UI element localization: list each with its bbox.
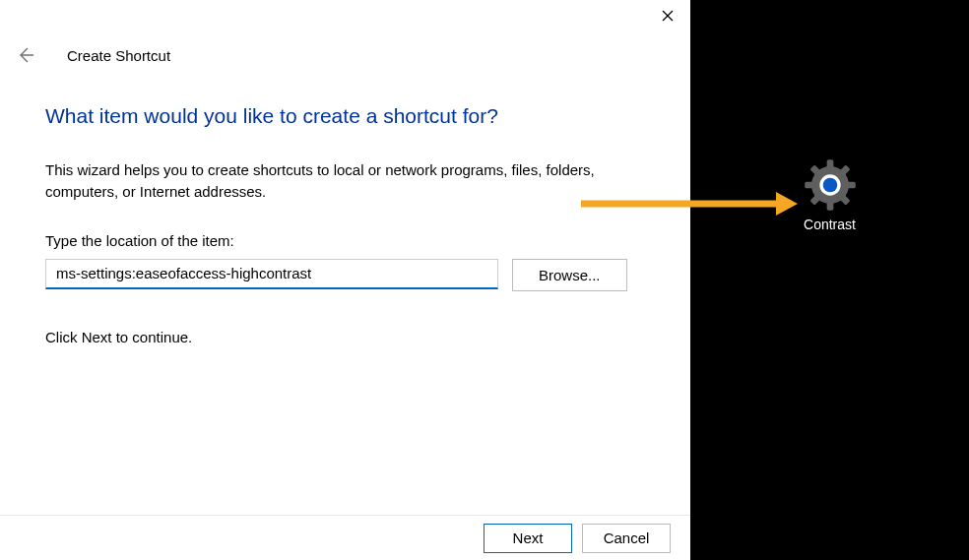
shortcut-contrast[interactable]: Contrast <box>786 157 874 232</box>
back-button[interactable] <box>10 39 41 71</box>
title-bar <box>0 0 690 31</box>
gear-icon <box>803 157 858 213</box>
close-icon <box>662 10 674 22</box>
svg-point-12 <box>822 178 837 193</box>
cancel-button[interactable]: Cancel <box>582 524 671 553</box>
location-input[interactable] <box>45 259 498 289</box>
svg-rect-6 <box>844 182 855 189</box>
location-row: Browse... <box>45 259 629 291</box>
wizard-description: This wizard helps you to create shortcut… <box>45 159 629 203</box>
wizard-header: Create Shortcut <box>0 31 690 71</box>
wizard-footer: Next Cancel <box>0 515 690 560</box>
wizard-heading: What item would you like to create a sho… <box>45 104 629 128</box>
desktop-area: Contrast <box>690 0 969 560</box>
svg-rect-5 <box>805 182 815 189</box>
shortcut-label: Contrast <box>786 217 874 232</box>
svg-rect-4 <box>826 200 833 211</box>
continue-text: Click Next to continue. <box>45 329 629 345</box>
create-shortcut-wizard: Create Shortcut What item would you like… <box>0 0 690 560</box>
browse-button[interactable]: Browse... <box>512 259 627 291</box>
location-label: Type the location of the item: <box>45 232 629 249</box>
svg-rect-3 <box>826 159 833 170</box>
wizard-content: What item would you like to create a sho… <box>0 71 690 345</box>
wizard-title: Create Shortcut <box>67 47 170 64</box>
back-arrow-icon <box>16 45 35 65</box>
next-button[interactable]: Next <box>484 524 572 553</box>
close-button[interactable] <box>645 0 690 31</box>
